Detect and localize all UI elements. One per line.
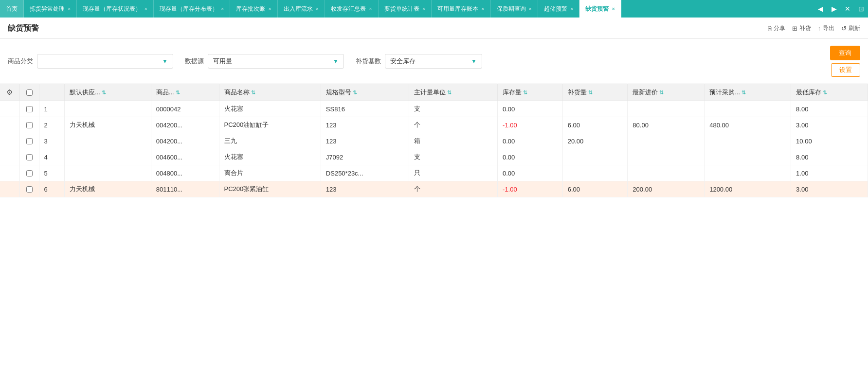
tab-expiry-query[interactable]: 保质期查询 × [491, 0, 538, 18]
tab-close-inout-flow[interactable]: × [316, 6, 319, 12]
tab-close-shortage[interactable]: × [612, 6, 615, 12]
tab-batch-account[interactable]: 库存批次账 × [230, 0, 277, 18]
cell-replenish-2: 20.00 [562, 133, 628, 149]
category-arrow-icon: ▼ [162, 58, 168, 65]
cell-min-stock-1: 3.00 [791, 117, 868, 133]
cell-price-2 [628, 133, 705, 149]
sort-icon-replenish: ⇅ [588, 89, 593, 96]
cell-checkbox-3 [19, 149, 39, 165]
row-checkbox-1[interactable] [26, 122, 33, 128]
sort-latest-price[interactable]: 最新进价 ⇅ [633, 88, 699, 97]
tab-home[interactable]: 首页 [0, 0, 24, 18]
tab-shortage[interactable]: 缺货预警 × [579, 0, 621, 18]
cell-spec-3: J7092 [321, 149, 409, 165]
tab-available-ledger[interactable]: 可用量库存账本 × [432, 0, 490, 18]
cell-supplier-4 [64, 165, 151, 181]
cell-price-1: 80.00 [628, 117, 705, 133]
tab-maximize-btn[interactable]: ⊡ [854, 0, 868, 18]
tab-inventory-dist[interactable]: 现存量（库存分布表） × [154, 0, 230, 18]
table-row: 4 004600... 火花塞 J7092 支 0.00 8.00 [0, 149, 868, 165]
share-btn[interactable]: ⎘ 分享 [768, 24, 785, 33]
export-btn[interactable]: ↑ 导出 [818, 24, 835, 33]
tab-close-order-stats[interactable]: × [422, 6, 425, 12]
sort-spec[interactable]: 规格型号 ⇅ [326, 88, 404, 97]
tab-stock-exception[interactable]: 拣货异常处理 × [24, 0, 77, 18]
cell-rownum-1: 2 [39, 117, 64, 133]
tab-close-available-ledger[interactable]: × [481, 6, 484, 12]
col-est-purchase: 预计采购... ⇅ [705, 84, 791, 101]
replenish-btn[interactable]: ⊞ 补货 [792, 24, 811, 33]
row-checkbox-4[interactable] [26, 170, 33, 176]
cell-replenish-4 [562, 165, 628, 181]
tab-prev-btn[interactable]: ◀ [814, 0, 827, 18]
query-button[interactable]: 查询 [830, 46, 860, 60]
cell-stock-3: 0.00 [498, 149, 563, 165]
sort-product-code[interactable]: 商品... ⇅ [156, 88, 214, 97]
sort-icon-spec: ⇅ [353, 89, 357, 96]
row-checkbox-0[interactable] [26, 106, 33, 112]
cell-rownum-3: 4 [39, 149, 64, 165]
cell-checkbox-0 [19, 101, 39, 117]
cell-gear-1 [0, 117, 19, 133]
sort-unit[interactable]: 主计量单位 ⇅ [414, 88, 492, 97]
cell-spec-5: 123 [321, 181, 409, 197]
sort-default-supplier[interactable]: 默认供应... ⇅ [70, 88, 146, 97]
tab-close-overstock[interactable]: × [570, 6, 573, 12]
tab-inout-flow[interactable]: 出入库流水 × [278, 0, 325, 18]
row-checkbox-5[interactable] [26, 186, 33, 193]
sort-icon-stock: ⇅ [523, 89, 527, 96]
cell-price-3 [628, 149, 705, 165]
tab-overstock[interactable]: 超储预警 × [538, 0, 579, 18]
main-content: 缺货预警 ⎘ 分享 ⊞ 补货 ↑ 导出 ↺ 刷新 商品分类 [0, 18, 868, 387]
settings-button[interactable]: 设置 [831, 63, 860, 77]
cell-code-5: 801110... [151, 181, 219, 197]
category-label: 商品分类 [8, 57, 33, 66]
tab-close-batch-account[interactable]: × [268, 6, 271, 12]
datasource-select-value: 可用量 [213, 57, 329, 66]
sort-min-stock[interactable]: 最低库存 ⇅ [796, 88, 863, 97]
tab-inventory-status[interactable]: 现存量（库存状况表） × [77, 0, 153, 18]
row-checkbox-3[interactable] [26, 154, 33, 160]
sort-est-purchase[interactable]: 预计采购... ⇅ [709, 88, 786, 97]
datasource-select[interactable]: 可用量 ▼ [208, 54, 344, 69]
tab-bar: 首页 拣货异常处理 × 现存量（库存状况表） × 现存量（库存分布表） × 库存… [0, 0, 868, 18]
tab-close-stock-exception[interactable]: × [68, 6, 71, 12]
cell-stock-0: 0.00 [498, 101, 563, 117]
tab-close-inventory-status[interactable]: × [144, 6, 147, 12]
tab-close-expiry-query[interactable]: × [529, 6, 532, 12]
tab-receipt-summary[interactable]: 收发存汇总表 × [325, 0, 378, 18]
sort-stock[interactable]: 库存量 ⇅ [503, 88, 558, 97]
cell-code-0: 0000042 [151, 101, 219, 117]
sort-product-name[interactable]: 商品名称 ⇅ [224, 88, 316, 97]
tab-order-stats[interactable]: 要货单统计表 × [379, 0, 432, 18]
refresh-icon: ↺ [841, 25, 847, 32]
cell-name-3: 火花塞 [219, 149, 321, 165]
sort-icon-est-purchase: ⇅ [741, 89, 746, 96]
cell-code-4: 004800... [151, 165, 219, 181]
tab-next-btn[interactable]: ▶ [827, 0, 841, 18]
col-settings[interactable]: ⚙ [0, 84, 19, 101]
category-select[interactable]: ▼ [37, 54, 173, 69]
col-default-supplier: 默认供应... ⇅ [64, 84, 151, 101]
tab-close-receipt-summary[interactable]: × [369, 6, 372, 12]
refresh-btn[interactable]: ↺ 刷新 [841, 24, 860, 33]
cell-supplier-0 [64, 101, 151, 117]
row-checkbox-2[interactable] [26, 138, 33, 144]
cell-supplier-3 [64, 149, 151, 165]
tab-close-inventory-dist[interactable]: × [221, 6, 224, 12]
cell-gear-2 [0, 133, 19, 149]
sort-replenish-qty[interactable]: 补货量 ⇅ [568, 88, 623, 97]
filter-datasource: 数据源 可用量 ▼ [185, 54, 344, 69]
sort-icon-unit: ⇅ [447, 89, 452, 96]
cell-min-stock-5: 3.00 [791, 181, 868, 197]
replenish-base-select[interactable]: 安全库存 ▼ [385, 54, 482, 69]
cell-replenish-1: 6.00 [562, 117, 628, 133]
settings-icon[interactable]: ⚙ [5, 88, 15, 97]
cell-min-stock-4: 1.00 [791, 165, 868, 181]
data-table: ⚙ 默认供应... ⇅ [0, 84, 868, 197]
cell-est-purchase-1: 480.00 [705, 117, 791, 133]
col-checkbox [19, 84, 39, 101]
select-all-checkbox[interactable] [26, 89, 33, 96]
cell-est-purchase-5: 1200.00 [705, 181, 791, 197]
tab-close-all-btn[interactable]: ✕ [841, 0, 854, 18]
